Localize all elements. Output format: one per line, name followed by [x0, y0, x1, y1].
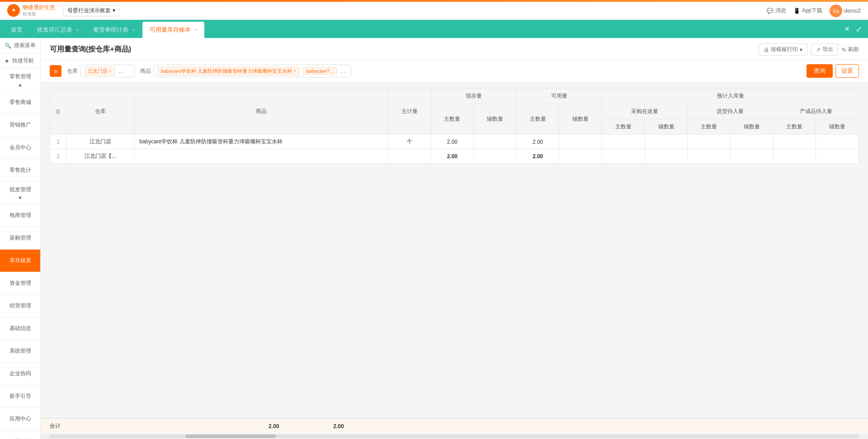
top-bar: ✦ 畅捷通好生意 标准版 母婴行业演示账套 ▾ 💬 消息 📱 App下载 Ea … [0, 2, 868, 20]
sidebar-nav-label: 快捷导航 [12, 57, 34, 65]
app-download-btn[interactable]: 📱 App下载 [793, 7, 822, 14]
scrollbar-area[interactable] [41, 434, 868, 439]
product-tag1-close[interactable]: × [293, 69, 296, 74]
row1-avail-aux [559, 135, 602, 149]
table-row: 1 江北门店 babycare学饮杯 儿童防摔防撞吸管杯重力球吸嘴杯宝宝水杯 个… [50, 135, 859, 149]
sidebar-item-sys-mgmt[interactable]: 系统管理 [0, 340, 40, 363]
sidebar-item-basic-info[interactable]: 基础信息 [0, 317, 40, 340]
expand-icon: » [54, 67, 57, 75]
row2-product-in-aux [816, 149, 859, 164]
row2-unit [388, 149, 431, 164]
purchase-mgmt-label: 采购管理 [9, 234, 31, 242]
arrow-icon: ▲ [18, 82, 23, 87]
filter-expand-btn[interactable]: » [50, 65, 61, 77]
warehouse-tag-close[interactable]: × [109, 69, 112, 74]
sidebar-item-finance-mgmt[interactable]: 资金管理 [0, 272, 40, 295]
logo-icon: ✦ [7, 4, 20, 17]
inventory-check-label: 库存核算 [9, 257, 31, 264]
sidebar-item-inventory-check[interactable]: 库存核算 [0, 250, 40, 272]
row1-incoming-aux [730, 135, 773, 149]
warehouse-filter-label: 仓库 [67, 67, 78, 75]
row1-product-in-main [773, 135, 816, 149]
sys-mgmt-label: 系统管理 [9, 347, 31, 355]
th-avail-aux: 辅数量 [559, 104, 602, 135]
btn-settings[interactable]: 设置 [835, 64, 859, 78]
sidebar-item-ecommerce-mgmt[interactable]: 电商管理 [0, 204, 40, 227]
sidebar-item-member-center[interactable]: 会员中心 [0, 137, 40, 159]
sidebar-item-app-center[interactable]: 应用中心 [0, 408, 40, 430]
export-icon: ↗ [816, 47, 821, 53]
tab-order-stats-label: 要货单统计表 [93, 26, 128, 34]
scrollbar-track [50, 434, 859, 438]
company-selector[interactable]: 母婴行业演示账套 ▾ [63, 5, 119, 16]
page-header: 可用量查询(按仓库+商品) 🖨 按模板打印 ▾ ↗ 导出 ↻ 刷新 [41, 38, 868, 60]
user-area[interactable]: Ea demo2 [830, 5, 861, 17]
avatar: Ea [830, 5, 842, 17]
btn-template-print[interactable]: 🖨 按模板打印 ▾ [759, 43, 807, 56]
page-title: 可用量查询(按仓库+商品) [50, 45, 131, 54]
tab-available-stock-close[interactable]: × [194, 27, 197, 33]
warehouse-input[interactable]: 江北门店 × ... [80, 65, 135, 77]
product-filter-dots[interactable]: ... [339, 67, 348, 75]
sidebar-item-retail-stats[interactable]: 零售统计 [0, 159, 40, 182]
row2-avail-main: 2.00 [516, 149, 559, 164]
table-settings-icon[interactable]: ⚙ [55, 108, 61, 115]
th-incoming-main: 主数量 [688, 119, 731, 135]
product-tag2: babycare?... [303, 67, 337, 75]
sidebar-item-corp-collab[interactable]: 企业协同 [0, 363, 40, 385]
th-stock-group: 现存量 [431, 89, 516, 104]
scrollbar-thumb[interactable] [185, 434, 276, 438]
row1-stock-aux [474, 135, 517, 149]
tab-receive-summary[interactable]: 收发存汇总表 × [30, 22, 86, 38]
star-icon: ★ [5, 58, 9, 64]
th-product-in-main: 主数量 [773, 119, 816, 135]
retail-stats-label: 零售统计 [9, 166, 31, 174]
row1-purchase-main [602, 135, 645, 149]
sidebar-item-retail-mall[interactable]: 零售商城 [0, 91, 40, 114]
filter-actions: 查询 设置 [807, 64, 859, 78]
sidebar-item-retail-mgmt[interactable]: 零售管理 ▲ [0, 69, 40, 91]
btn-refresh[interactable]: ↻ 刷新 [842, 46, 859, 53]
messages-btn[interactable]: 💬 消息 [767, 7, 786, 14]
product-tag2-text: babycare?... [306, 68, 334, 74]
main-layout: 🔍 搜索菜单 ★ 快捷导航 零售管理 ▲ 零售商城 营销推广 会员中心 零售统计… [0, 38, 868, 439]
sidebar-item-wholesale-mgmt[interactable]: 批发管理 ▼ [0, 182, 40, 204]
tab-available-stock[interactable]: 可用量库存账本 × [142, 22, 204, 38]
warehouse-filter-dots[interactable]: ... [117, 67, 126, 75]
sidebar-item-marketing[interactable]: 营销推广 [0, 114, 40, 137]
th-product: 商品 [135, 89, 388, 135]
row1-unit: 个 [388, 135, 431, 149]
product-input[interactable]: babycare学饮杯 儿童防摔防撞吸管杯重力球吸嘴杯宝宝水杯 × babyca… [154, 65, 351, 77]
basic-info-label: 基础信息 [9, 325, 31, 332]
sidebar-item-ops-mgmt[interactable]: 经营管理 [0, 295, 40, 317]
th-forecast-group: 预计入库量 [602, 89, 859, 104]
btn-export[interactable]: ↗ 导出 [811, 43, 838, 56]
row1-warehouse: 江北门店 [66, 135, 135, 149]
warehouse-tag: 江北门店 × [85, 67, 115, 76]
th-incoming-aux: 辅数量 [730, 119, 773, 135]
row2-incoming-main [688, 149, 731, 164]
btn-refresh-label: 刷新 [848, 46, 859, 53]
sidebar-item-new-guide[interactable]: 新手引导 [0, 385, 40, 408]
tab-home[interactable]: 首页 [4, 22, 30, 38]
th-warehouse: 仓库 [66, 89, 135, 135]
row2-stock-aux [474, 149, 517, 164]
th-purchase-aux: 辅数量 [645, 119, 688, 135]
th-available-group: 可用量 [516, 89, 602, 104]
messages-label: 消息 [775, 7, 786, 14]
btn-query[interactable]: 查询 [807, 64, 833, 78]
sidebar-quick-nav[interactable]: ★ 快捷导航 [0, 53, 40, 69]
th-settings[interactable]: ⚙ [50, 89, 66, 135]
sidebar-item-corp-wechat[interactable]: 企业微信 [0, 430, 40, 439]
th-stock-aux: 辅数量 [474, 104, 517, 135]
nav-expand[interactable]: ⤢ [853, 20, 864, 38]
template-dropdown-icon: ▾ [800, 47, 802, 53]
sidebar-search[interactable]: 🔍 搜索菜单 [0, 38, 40, 53]
tab-order-stats[interactable]: 要货单统计表 × [86, 22, 142, 38]
tab-order-stats-close[interactable]: × [132, 27, 135, 33]
row1-purchase-aux [645, 135, 688, 149]
sidebar-item-purchase-mgmt[interactable]: 采购管理 [0, 227, 40, 250]
tab-receive-summary-close[interactable]: × [76, 27, 79, 33]
nav-close-all[interactable]: × [841, 20, 853, 38]
marketing-label: 营销推广 [9, 121, 31, 129]
